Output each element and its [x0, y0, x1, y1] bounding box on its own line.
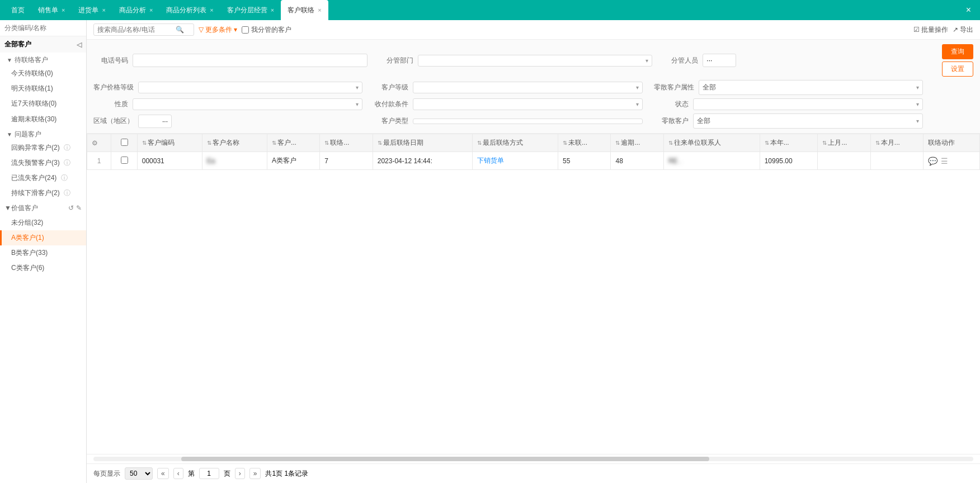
- table-gear-icon[interactable]: ⚙: [92, 139, 98, 147]
- status-select[interactable]: ▾: [693, 98, 923, 110]
- nature-select[interactable]: ▾: [133, 98, 362, 110]
- th-type[interactable]: ⇅客户...: [267, 134, 319, 152]
- scrollbar-thumb[interactable]: [181, 457, 709, 461]
- th-last-date[interactable]: ⇅最后联络日期: [373, 134, 472, 152]
- close-all-button[interactable]: ×: [962, 5, 976, 15]
- sidebar-item-today[interactable]: 今天待联络(0): [0, 66, 86, 81]
- nav-tab-analysis-list-close[interactable]: ×: [210, 7, 213, 13]
- sidebar-pending-group[interactable]: ▼ 待联络客户: [0, 53, 86, 66]
- nav-tab-customer-segment-close[interactable]: ×: [271, 7, 274, 13]
- sidebar-item-repurchase[interactable]: 回购异常客户(2) ⓘ: [0, 140, 86, 155]
- value-edit-icon[interactable]: ✎: [76, 204, 82, 212]
- price-level-select[interactable]: ▾: [138, 82, 362, 93]
- settings-button[interactable]: 设置: [942, 61, 973, 77]
- nav-tab-analysis[interactable]: 商品分析 ×: [112, 0, 159, 20]
- nav-tab-purchase[interactable]: 进货单 ×: [72, 0, 112, 20]
- select-all-checkbox[interactable]: [121, 139, 128, 146]
- th-name[interactable]: ⇅客户名称: [202, 134, 267, 152]
- page-number-input[interactable]: [199, 468, 219, 479]
- last-page-button[interactable]: »: [249, 468, 261, 479]
- payment-label: 收付款条件: [374, 100, 413, 109]
- row-num: 1: [87, 152, 111, 170]
- horizontal-scrollbar[interactable]: [93, 457, 973, 461]
- th-uncontacted[interactable]: ⇅未联...: [558, 134, 611, 152]
- retail-attr-select[interactable]: 全部 ▾: [699, 80, 923, 95]
- sidebar-item-overdue-label: 逾期未联络(30): [11, 115, 56, 123]
- th-this-month[interactable]: ⇅本月...: [870, 134, 923, 152]
- declining-label: 持续下滑客户(2): [11, 189, 60, 197]
- nav-tab-analysis-close[interactable]: ×: [149, 7, 153, 13]
- export-button[interactable]: ↗ 导出: [953, 25, 973, 35]
- filter-icon: ▽: [199, 26, 204, 34]
- sidebar-item-ungrouped[interactable]: 未分组(32): [0, 215, 86, 230]
- nav-tab-customer-segment[interactable]: 客户分层经营 ×: [220, 0, 281, 20]
- sidebar-item-tomorrow[interactable]: 明天待联络(1): [0, 81, 86, 96]
- next-page-button[interactable]: ›: [235, 468, 245, 479]
- data-table-area: ⚙ ⇅客户编码 ⇅客户名称 ⇅客户... ⇅联络... ⇅最后联络日期 ⇅最后联…: [87, 134, 980, 454]
- th-code[interactable]: ⇅客户编码: [137, 134, 202, 152]
- filter-search-icon[interactable]: 🔍: [176, 26, 184, 34]
- th-this-year[interactable]: ⇅本年...: [760, 134, 818, 152]
- th-last-month-label: 上月...: [828, 139, 847, 146]
- retail-select[interactable]: 全部 ▾: [693, 113, 923, 129]
- nav-tab-analysis-list[interactable]: 商品分析列表 ×: [159, 0, 220, 20]
- retail-arrow-icon: ▾: [916, 118, 919, 124]
- th-contact-person-label: 往来单位联系人: [674, 139, 721, 146]
- first-page-button[interactable]: «: [157, 468, 169, 479]
- nav-tab-sales[interactable]: 销售单 ×: [31, 0, 72, 20]
- sidebar-search-input[interactable]: [4, 24, 87, 32]
- sidebar-all-customers[interactable]: 全部客户 ◁: [0, 36, 86, 53]
- person-input[interactable]: ···: [703, 54, 736, 67]
- row-last-method[interactable]: 下销货单: [472, 152, 558, 170]
- nav-tab-customer-contact[interactable]: 客户联络 ×: [281, 0, 328, 20]
- customer-type-select[interactable]: [413, 119, 643, 124]
- sidebar-item-a-class[interactable]: A类客户(1): [0, 230, 86, 245]
- advanced-filter: 电话号码 分管部门 ▾ 分管人员 ···: [87, 40, 980, 134]
- status-label: 状态: [654, 100, 693, 109]
- value-refresh-icon[interactable]: ↺: [68, 204, 74, 212]
- status-arrow-icon: ▾: [916, 101, 919, 107]
- sidebar-item-7days[interactable]: 近7天待联络(0): [0, 96, 86, 111]
- th-overdue[interactable]: ⇅逾期...: [611, 134, 663, 152]
- dept-label: 分管部门: [379, 56, 418, 65]
- sidebar-collapse-icon[interactable]: ◁: [77, 41, 82, 49]
- sidebar-item-today-label: 今天待联络(0): [11, 69, 53, 77]
- batch-op-button[interactable]: ☑ 批量操作: [913, 25, 948, 35]
- nav-tab-sales-close[interactable]: ×: [62, 7, 65, 13]
- th-last-method[interactable]: ⇅最后联络方式: [472, 134, 558, 152]
- row-contact-person: RE .: [663, 152, 760, 170]
- chat-icon[interactable]: 💬: [928, 157, 937, 165]
- sidebar-problem-group[interactable]: ▼ 问题客户: [0, 127, 86, 140]
- pending-group-label: 待联络客户: [15, 55, 48, 65]
- nav-tab-customer-contact-close[interactable]: ×: [318, 7, 321, 13]
- my-customers-checkbox[interactable]: [242, 26, 249, 34]
- region-input[interactable]: ···: [138, 115, 172, 128]
- sidebar-item-churned[interactable]: 已流失客户(24) ⓘ: [0, 171, 86, 186]
- query-button[interactable]: 查询: [942, 44, 973, 59]
- sidebar-item-b-class[interactable]: B类客户(33): [0, 245, 86, 261]
- phone-input[interactable]: [133, 54, 368, 67]
- last-method-link[interactable]: 下销货单: [477, 157, 504, 164]
- payment-select[interactable]: ▾: [413, 98, 643, 110]
- sidebar-item-declining[interactable]: 持续下滑客户(2) ⓘ: [0, 186, 86, 201]
- filter-search-input[interactable]: [97, 26, 176, 34]
- customer-level-select[interactable]: ▾: [413, 82, 643, 93]
- menu-icon[interactable]: ☰: [941, 157, 948, 165]
- batch-op-icon: ☑: [913, 26, 920, 34]
- dept-select[interactable]: ▾: [418, 55, 653, 67]
- th-last-month[interactable]: ⇅上月...: [818, 134, 870, 152]
- th-contact-person[interactable]: ⇅往来单位联系人: [663, 134, 760, 152]
- th-gear[interactable]: ⚙: [87, 134, 111, 152]
- nav-tab-purchase-close[interactable]: ×: [102, 7, 105, 13]
- th-contact[interactable]: ⇅联络...: [320, 134, 373, 152]
- prev-page-button[interactable]: ‹: [173, 468, 183, 479]
- page-size-select[interactable]: 50: [125, 467, 153, 480]
- nature-arrow-icon: ▾: [356, 101, 359, 107]
- row-checkbox[interactable]: [121, 157, 128, 164]
- top-nav: 首页 销售单 × 进货单 × 商品分析 × 商品分析列表 × 客户分层经营 × …: [0, 0, 980, 20]
- sidebar-item-overdue[interactable]: 逾期未联络(30): [0, 112, 86, 127]
- more-conditions-btn[interactable]: ▽ 更多条件 ▾: [199, 25, 237, 35]
- sidebar-item-churn-warning[interactable]: 流失预警客户(3) ⓘ: [0, 155, 86, 171]
- sidebar-item-c-class[interactable]: C类客户(6): [0, 261, 86, 276]
- nav-tab-home[interactable]: 首页: [4, 0, 31, 20]
